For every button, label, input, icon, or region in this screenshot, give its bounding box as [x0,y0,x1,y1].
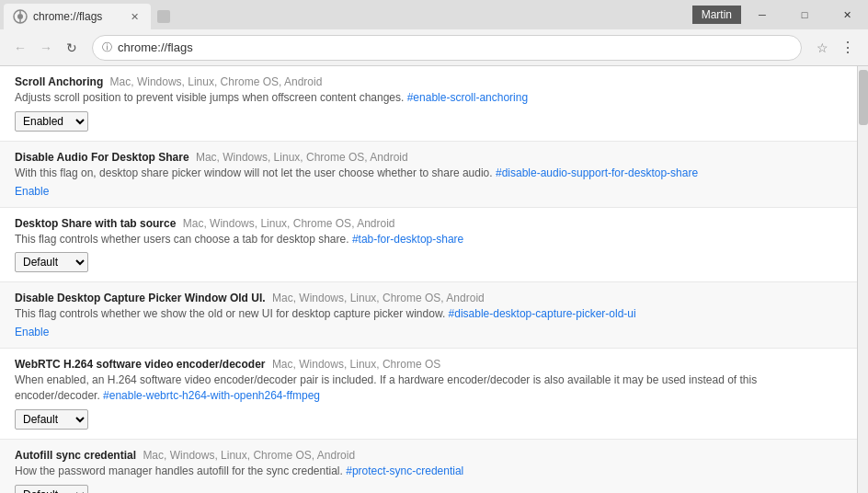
flag-control: DefaultEnabledDisabled [15,485,842,493]
flag-entry: Disable Audio For Desktop Share Mac, Win… [0,142,857,208]
tab-area-container: chrome://flags ✕ [0,0,692,29]
forward-icon: → [40,40,52,55]
flag-anchor-link[interactable]: #disable-desktop-capture-picker-old-ui [449,307,636,320]
flag-anchor-link[interactable]: #enable-webrtc-h264-with-openh264-ffmpeg [103,389,320,402]
flag-header: WebRTC H.264 software video encoder/deco… [15,358,842,371]
content-area: Scroll Anchoring Mac, Windows, Linux, Ch… [0,66,868,493]
title-bar-right: Martin ─ □ ✕ [692,0,868,29]
address-bar[interactable]: ⓘ chrome://flags [92,35,802,61]
flag-enable-link[interactable]: Enable [15,326,842,338]
tab-area: chrome://flags ✕ [0,0,177,29]
flag-description: When enabled, an H.264 software video en… [15,373,842,404]
tab-close-button[interactable]: ✕ [127,9,142,24]
flag-entry: Scroll Anchoring Mac, Windows, Linux, Ch… [0,66,857,142]
flag-platforms: Mac, Windows, Linux, Chrome OS, Android [196,151,408,164]
flag-entry: Autofill sync credential Mac, Windows, L… [0,440,857,493]
title-bar: chrome://flags ✕ Martin ─ □ ✕ [0,0,868,29]
flag-entry: Disable Desktop Capture Picker Window Ol… [0,282,857,349]
minimize-button[interactable]: ─ [741,0,783,29]
maximize-button[interactable]: □ [783,0,826,29]
flag-header: Desktop Share with tab source Mac, Windo… [15,217,842,230]
flag-anchor-link[interactable]: #protect-sync-credential [346,464,463,477]
user-name: Martin [692,6,741,24]
flag-description: This flag controls whether users can cho… [15,232,842,247]
refresh-icon: ↻ [66,40,77,55]
new-tab-button[interactable] [151,4,177,29]
flag-header: Scroll Anchoring Mac, Windows, Linux, Ch… [15,75,842,88]
flag-control: DefaultEnabledDisabled [15,409,842,430]
flag-header: Autofill sync credential Mac, Windows, L… [15,449,842,462]
flag-anchor-link[interactable]: #enable-scroll-anchoring [407,91,528,104]
flag-title: Desktop Share with tab source [15,217,176,230]
flag-select[interactable]: DefaultEnabledDisabled [15,252,88,272]
forward-button[interactable]: → [33,35,59,61]
flag-description: Adjusts scroll position to prevent visib… [15,90,842,106]
flag-header: Disable Audio For Desktop Share Mac, Win… [15,151,842,164]
flag-anchor-link[interactable]: #disable-audio-support-for-desktop-share [496,166,698,179]
flag-select[interactable]: DefaultEnabledDisabled [15,409,88,430]
flag-entry: WebRTC H.264 software video encoder/deco… [0,349,857,440]
scrollbar-thumb[interactable] [859,70,868,125]
flag-description: How the password manager handles autofil… [15,464,842,479]
back-button[interactable]: ← [7,35,33,61]
flag-control: DefaultEnabledDisabled [15,111,842,132]
address-info-icon: ⓘ [102,40,112,54]
flag-title: Scroll Anchoring [15,75,103,88]
flag-title: Autofill sync credential [15,449,136,462]
flag-anchor-link[interactable]: #tab-for-desktop-share [352,233,463,246]
tab-title: chrome://flags [33,10,123,23]
svg-rect-2 [157,10,170,23]
window-controls: ─ □ ✕ [741,0,868,29]
nav-bar: ← → ↻ ⓘ chrome://flags ☆ ⋮ [0,29,868,66]
flag-title: WebRTC H.264 software video encoder/deco… [15,358,266,371]
flag-platforms: Mac, Windows, Linux, Chrome OS, Android [110,75,323,88]
flag-enable-link[interactable]: Enable [15,185,842,198]
back-icon: ← [14,40,27,55]
bookmark-button[interactable]: ☆ [809,35,835,61]
flag-description: With this flag on, desktop share picker … [15,166,842,181]
flag-control: DefaultEnabledDisabled [15,252,842,272]
flag-title: Disable Audio For Desktop Share [15,151,189,164]
flag-platforms: Mac, Windows, Linux, Chrome OS, Android [183,217,395,230]
flag-description: This flag controls whether we show the o… [15,306,842,322]
svg-point-1 [17,14,23,19]
chrome-menu-button[interactable]: ⋮ [835,35,861,61]
flag-select[interactable]: DefaultEnabledDisabled [15,111,88,132]
flag-header: Disable Desktop Capture Picker Window Ol… [15,292,842,304]
flag-entry: Desktop Share with tab source Mac, Windo… [0,208,857,283]
flag-select[interactable]: DefaultEnabledDisabled [15,485,88,493]
flag-platforms: Mac, Windows, Linux, Chrome OS, Android [143,449,355,462]
flags-list: Scroll Anchoring Mac, Windows, Linux, Ch… [0,66,857,493]
menu-icon: ⋮ [840,39,855,56]
flag-platforms: Mac, Windows, Linux, Chrome OS, Android [272,292,485,304]
star-icon: ☆ [817,40,828,55]
flag-title: Disable Desktop Capture Picker Window Ol… [15,292,266,304]
close-button[interactable]: ✕ [826,0,868,29]
refresh-button[interactable]: ↻ [59,35,85,61]
active-tab[interactable]: chrome://flags ✕ [4,4,151,29]
tab-favicon [13,9,28,24]
address-text: chrome://flags [118,40,792,54]
flag-platforms: Mac, Windows, Linux, Chrome OS [272,358,440,371]
scrollbar-track[interactable] [857,66,868,493]
